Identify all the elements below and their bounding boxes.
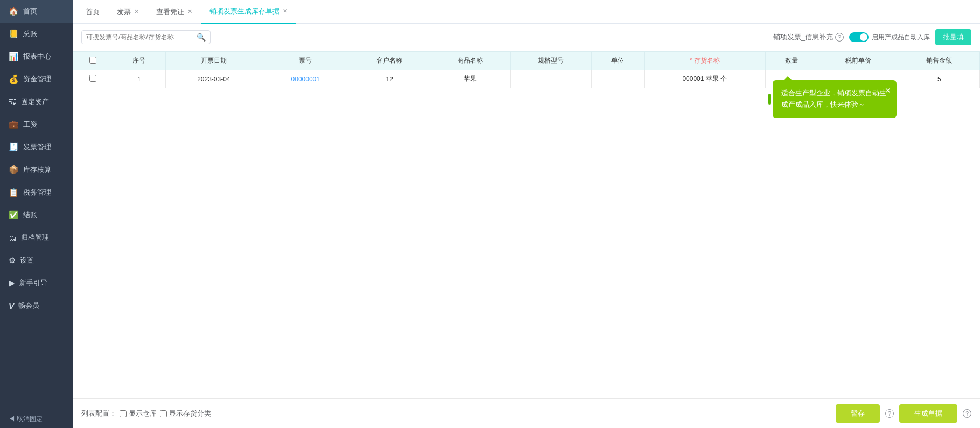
col-inventory: * 存货名称 bbox=[644, 52, 766, 70]
sidebar-item-tax-mgmt[interactable]: 📋 税务管理 bbox=[0, 181, 73, 204]
cell-checkbox bbox=[73, 70, 113, 88]
sidebar-label-ledger: 总账 bbox=[23, 29, 37, 39]
guide-icon: ▶ bbox=[9, 278, 15, 288]
tooltip-text: 适合生产型企业，销项发票自动生成产成品入库，快来体验～ bbox=[781, 89, 886, 108]
sidebar-label-settings: 设置 bbox=[20, 256, 34, 265]
col-ticket-no: 票号 bbox=[262, 52, 349, 70]
home-icon: 🏠 bbox=[9, 6, 19, 16]
sidebar-label-inventory: 库存核算 bbox=[23, 165, 51, 175]
tab-invoice[interactable]: 发票 ✕ bbox=[108, 0, 148, 24]
cell-ticket-no[interactable]: 00000001 bbox=[262, 70, 349, 88]
show-warehouse-checkbox[interactable]: 显示仓库 bbox=[120, 409, 157, 418]
cell-spec bbox=[510, 70, 591, 88]
sidebar-item-member[interactable]: V 畅会员 bbox=[0, 294, 73, 317]
toggle-track[interactable] bbox=[849, 32, 869, 42]
show-category-checkbox[interactable]: 显示存货分类 bbox=[160, 409, 211, 418]
sidebar-item-invoice-mgmt[interactable]: 🧾 发票管理 bbox=[0, 136, 73, 158]
fixed-assets-icon: 🏗 bbox=[9, 98, 17, 107]
sidebar-item-inventory[interactable]: 📦 库存核算 bbox=[0, 158, 73, 181]
col-product: 商品名称 bbox=[430, 52, 510, 70]
toolbar: 🔍 销项发票_信息补充 ? 启用产成品自动入库 批量填 bbox=[73, 24, 980, 51]
toggle-label: 启用产成品自动入库 bbox=[872, 33, 930, 42]
cell-inventory[interactable]: 000001 苹果 个 bbox=[644, 70, 766, 88]
col-open-date: 开票日期 bbox=[165, 52, 262, 70]
list-config-label: 列表配置： bbox=[81, 409, 116, 418]
tab-home-label: 首页 bbox=[86, 7, 100, 17]
sidebar-item-new-guide[interactable]: ▶ 新手引导 bbox=[0, 272, 73, 294]
save-info-icon[interactable]: ? bbox=[885, 409, 894, 418]
sidebar-item-home[interactable]: 🏠 首页 bbox=[0, 0, 73, 23]
sidebar-item-payroll[interactable]: 💼 工资 bbox=[0, 113, 73, 136]
sidebar-item-archive-mgmt[interactable]: 🗂 归档管理 bbox=[0, 226, 73, 249]
sidebar-item-settings[interactable]: ⚙ 设置 bbox=[0, 249, 73, 272]
cancel-fixed-label: 取消固定 bbox=[17, 415, 43, 423]
sidebar-item-fixed-assets[interactable]: 🏗 固定资产 bbox=[0, 91, 73, 113]
show-category-input[interactable] bbox=[160, 410, 167, 417]
payroll-icon: 💼 bbox=[9, 120, 19, 129]
header-checkbox[interactable] bbox=[89, 57, 96, 64]
info-icon[interactable]: ? bbox=[835, 33, 844, 42]
col-qty: 数量 bbox=[766, 52, 818, 70]
show-warehouse-input[interactable] bbox=[120, 410, 127, 417]
tab-home[interactable]: 首页 bbox=[77, 0, 108, 24]
tab-cancel-invoice-label: 销项发票生成库存单据 bbox=[209, 6, 279, 16]
sidebar-label-tax: 税务管理 bbox=[23, 188, 51, 197]
batch-fill-button[interactable]: 批量填 bbox=[935, 29, 971, 45]
sidebar-item-report-center[interactable]: 📊 报表中心 bbox=[0, 45, 73, 68]
sidebar-label-closing: 结账 bbox=[23, 210, 37, 220]
row-checkbox[interactable] bbox=[89, 75, 96, 82]
main-area: 首页 发票 ✕ 查看凭证 ✕ 销项发票生成库存单据 ✕ 🔍 bbox=[73, 0, 980, 428]
pin-icon: ◀ bbox=[9, 415, 15, 423]
tab-view-voucher-close[interactable]: ✕ bbox=[187, 8, 192, 15]
tab-invoice-close[interactable]: ✕ bbox=[134, 8, 139, 15]
capital-icon: 💰 bbox=[9, 74, 19, 84]
sidebar-item-closing[interactable]: ✅ 结账 bbox=[0, 204, 73, 226]
tab-invoice-label: 发票 bbox=[117, 7, 131, 17]
toolbar-left: 🔍 bbox=[81, 30, 211, 44]
cell-customer: 12 bbox=[349, 70, 430, 88]
ledger-icon: 📒 bbox=[9, 29, 19, 39]
settings-icon: ⚙ bbox=[9, 256, 16, 265]
report-icon: 📊 bbox=[9, 52, 19, 61]
sidebar-label-member: 畅会员 bbox=[18, 301, 39, 310]
sidebar-item-capital-mgmt[interactable]: 💰 资金管理 bbox=[0, 68, 73, 91]
tooltip-box: ✕ 适合生产型企业，销项发票自动生成产成品入库，快来体验～ bbox=[773, 80, 897, 118]
sidebar-item-general-ledger[interactable]: 📒 总账 bbox=[0, 23, 73, 45]
bottom-bar: 列表配置： 显示仓库 显示存货分类 暂存 ? 生成单据 ? bbox=[73, 398, 980, 428]
show-warehouse-label: 显示仓库 bbox=[129, 409, 157, 418]
col-amount: 销售金额 bbox=[899, 52, 979, 70]
toggle-switch[interactable]: 启用产成品自动入库 bbox=[849, 32, 930, 42]
cell-amount: 5 bbox=[899, 70, 979, 88]
save-button[interactable]: 暂存 bbox=[836, 404, 880, 423]
ticket-link[interactable]: 00000001 bbox=[291, 75, 320, 83]
col-checkbox bbox=[73, 52, 113, 70]
tab-view-voucher-label: 查看凭证 bbox=[156, 7, 184, 17]
cancel-fixed-button[interactable]: ◀ 取消固定 bbox=[0, 410, 73, 428]
toggle-thumb bbox=[860, 33, 867, 41]
tab-view-voucher[interactable]: 查看凭证 ✕ bbox=[148, 0, 201, 24]
sidebar-label-guide: 新手引导 bbox=[19, 278, 47, 288]
inventory-icon: 📦 bbox=[9, 165, 19, 175]
sidebar-label-home: 首页 bbox=[23, 6, 37, 16]
col-unit-price: 税前单价 bbox=[818, 52, 899, 70]
generate-button[interactable]: 生成单据 bbox=[899, 404, 957, 423]
closing-icon: ✅ bbox=[9, 210, 19, 220]
list-config: 列表配置： 显示仓库 显示存货分类 bbox=[81, 409, 211, 418]
search-box[interactable]: 🔍 bbox=[81, 30, 211, 44]
info-label-text: 销项发票_信息补充 bbox=[773, 32, 833, 42]
toolbar-right: 销项发票_信息补充 ? 启用产成品自动入库 批量填 bbox=[773, 29, 971, 45]
col-customer: 客户名称 bbox=[349, 52, 430, 70]
tab-cancel-invoice-warehouse[interactable]: 销项发票生成库存单据 ✕ bbox=[201, 0, 296, 24]
tab-bar: 首页 发票 ✕ 查看凭证 ✕ 销项发票生成库存单据 ✕ bbox=[73, 0, 980, 24]
sidebar-label-invoice: 发票管理 bbox=[23, 142, 51, 152]
tax-icon: 📋 bbox=[9, 188, 19, 197]
search-input[interactable] bbox=[86, 33, 197, 41]
tooltip-close-button[interactable]: ✕ bbox=[885, 85, 891, 96]
sidebar-label-archive: 归档管理 bbox=[21, 233, 49, 243]
member-icon: V bbox=[9, 301, 14, 310]
tooltip-cursor bbox=[768, 94, 771, 105]
tab-cancel-invoice-close[interactable]: ✕ bbox=[283, 8, 288, 15]
info-label: 销项发票_信息补充 ? bbox=[773, 32, 844, 42]
generate-info-icon[interactable]: ? bbox=[963, 409, 971, 418]
archive-icon: 🗂 bbox=[9, 233, 17, 243]
